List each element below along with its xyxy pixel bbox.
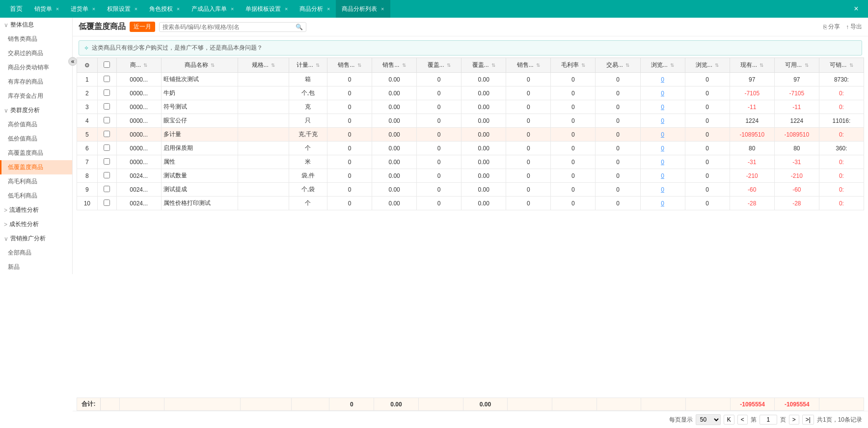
sidebar-item-sales-goods[interactable]: 销售类商品 (0, 32, 72, 46)
th-checkbox[interactable] (97, 58, 116, 73)
sidebar-section-overall[interactable]: ∨ 整体信息 (0, 18, 72, 32)
sidebar-item-high-value[interactable]: 高价值商品 (0, 117, 72, 132)
row-browse1[interactable]: 0 (640, 183, 685, 197)
sidebar-item-new-goods[interactable]: 新品 (0, 260, 72, 274)
table-row: 20000...牛奶个,包00.0000.0000000-7105-71050: (77, 86, 864, 100)
th-cover1[interactable]: 覆盖... ⇅ (417, 58, 461, 73)
sidebar-item-category-rate[interactable]: 商品分类动销率 (0, 60, 72, 75)
th-gross[interactable]: 毛利率 ⇅ (551, 58, 596, 73)
sidebar-section-marketing[interactable]: ∨ 营销推广分析 (0, 231, 72, 246)
next-page-button[interactable]: > (789, 415, 799, 425)
nav-item-home[interactable]: 首页 (4, 0, 28, 18)
sidebar-section-circulation[interactable]: > 流通性分析 (0, 203, 72, 217)
sidebar-section-group[interactable]: ∨ 类群度分析 (0, 103, 72, 117)
prev-page-button[interactable]: < (737, 415, 748, 425)
nav-item-sales[interactable]: 销货单 × (28, 0, 65, 18)
th-trade[interactable]: 交易... ⇅ (596, 58, 640, 73)
nav-item-analysis-list[interactable]: 商品分析列表 × (336, 0, 390, 18)
nav-item-products[interactable]: 产成品入库单 × (186, 0, 240, 18)
row-sales3: 0 (506, 142, 551, 155)
th-browse2[interactable]: 浏览... ⇅ (685, 58, 730, 73)
sidebar-item-high-gross[interactable]: 高毛利商品 (0, 174, 72, 189)
th-spec[interactable]: 规格... ⇅ (238, 58, 289, 73)
close-icon[interactable]: × (381, 6, 384, 12)
row-browse1[interactable]: 0 (640, 142, 685, 155)
sidebar-item-stock-fund[interactable]: 库存资金占用 (0, 89, 72, 103)
row-checkbox[interactable] (97, 128, 116, 142)
sidebar-item-high-cover[interactable]: 高覆盖度商品 (0, 146, 72, 160)
nav-item-purchase[interactable]: 进货单 × (65, 0, 101, 18)
share-button[interactable]: ⎘ 分享 (823, 23, 840, 31)
th-stock1[interactable]: 现有... ⇅ (730, 58, 774, 73)
export-button[interactable]: ↑ 导出 (846, 23, 862, 31)
th-settings[interactable]: ⚙ (77, 58, 98, 73)
period-button[interactable]: 近一月 (130, 22, 155, 32)
close-icon[interactable]: × (285, 6, 288, 12)
row-browse1[interactable]: 0 (640, 155, 685, 169)
nav-item-template[interactable]: 单据模板设置 × (240, 0, 294, 18)
close-icon[interactable]: × (56, 6, 59, 12)
table-row: 40000...眼宝公仔只00.0000.0000000122412241101… (77, 114, 864, 128)
close-icon[interactable]: × (92, 6, 95, 12)
select-all-checkbox[interactable] (104, 61, 110, 68)
nav-item-permissions[interactable]: 权限设置 × (101, 0, 143, 18)
row-browse1[interactable]: 0 (640, 73, 685, 86)
row-name: 属性价格打印测试 (161, 197, 238, 210)
row-gross: 0 (551, 128, 596, 142)
th-sales3[interactable]: 销售... ⇅ (506, 58, 551, 73)
sidebar-item-all-goods[interactable]: 全部商品 (0, 246, 72, 260)
row-checkbox[interactable] (97, 183, 116, 197)
sidebar-section-growth[interactable]: > 成长性分析 (0, 217, 72, 231)
row-checkbox[interactable] (97, 100, 116, 114)
sidebar-item-low-value[interactable]: 低价值商品 (0, 132, 72, 146)
th-code[interactable]: 商... ⇅ (116, 58, 161, 73)
row-browse1[interactable]: 0 (640, 100, 685, 114)
row-checkbox[interactable] (97, 73, 116, 86)
sidebar-collapse-button[interactable]: « (68, 57, 77, 66)
row-checkbox[interactable] (97, 155, 116, 169)
close-icon[interactable]: × (231, 6, 234, 12)
first-page-button[interactable]: K (724, 415, 734, 425)
row-checkbox[interactable] (97, 114, 116, 128)
row-browse1[interactable]: 0 (640, 86, 685, 100)
settings-icon[interactable]: ⚙ (84, 62, 90, 69)
row-browse1[interactable]: 0 (640, 114, 685, 128)
th-cover2[interactable]: 覆盖... ⇅ (461, 58, 506, 73)
th-browse1[interactable]: 浏览... ⇅ (640, 58, 685, 73)
row-sales3: 0 (506, 128, 551, 142)
row-stock2: -1089510 (774, 128, 819, 142)
sidebar-item-low-cover[interactable]: 低覆盖度商品 (0, 160, 72, 174)
sidebar-item-low-gross[interactable]: 低毛利商品 (0, 189, 72, 203)
close-icon[interactable]: × (327, 6, 330, 12)
search-input[interactable] (163, 24, 296, 30)
th-sales-amt[interactable]: 销售... ⇅ (372, 58, 417, 73)
row-sales3: 0 (506, 169, 551, 183)
row-checkbox[interactable] (97, 86, 116, 100)
nav-item-analysis[interactable]: 商品分析 × (294, 0, 336, 18)
row-browse1[interactable]: 0 (640, 197, 685, 210)
sidebar-item-traded-goods[interactable]: 交易过的商品 (0, 46, 72, 60)
th-sales-qty[interactable]: 销售... ⇅ (327, 58, 372, 73)
th-unit[interactable]: 计量... ⇅ (289, 58, 327, 73)
close-icon[interactable]: × (135, 6, 137, 12)
close-icon[interactable]: × (177, 6, 180, 12)
row-code: 0000... (116, 142, 161, 155)
row-checkbox[interactable] (97, 169, 116, 183)
row-checkbox[interactable] (97, 142, 116, 155)
last-page-button[interactable]: >| (802, 415, 814, 425)
sidebar-item-in-stock[interactable]: 有库存的商品 (0, 75, 72, 89)
row-stock2: -31 (774, 155, 819, 169)
row-browse1[interactable]: 0 (640, 128, 685, 142)
row-name: 测试数量 (161, 169, 238, 183)
th-name[interactable]: 商品名称 ⇅ (161, 58, 238, 73)
window-close-button[interactable]: × (848, 0, 864, 18)
row-browse1[interactable]: 0 (640, 169, 685, 183)
row-checkbox[interactable] (97, 197, 116, 210)
sort-icon: ⇅ (357, 62, 361, 68)
summary-table: 合计: 0 0.00 0.00 (77, 398, 864, 411)
per-page-select[interactable]: 50 100 (696, 414, 721, 425)
th-stock3[interactable]: 可销... ⇅ (819, 58, 864, 73)
nav-item-roles[interactable]: 角色授权 × (143, 0, 186, 18)
th-stock2[interactable]: 可用... ⇅ (774, 58, 819, 73)
page-number-input[interactable] (760, 415, 777, 425)
